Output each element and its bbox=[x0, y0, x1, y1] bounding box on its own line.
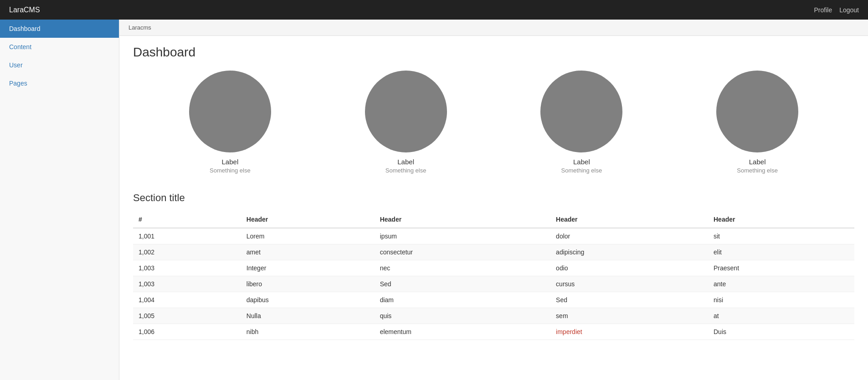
table-cell: nibh bbox=[241, 324, 375, 340]
table-cell: Duis bbox=[708, 324, 854, 340]
data-table: # Header Header Header Header 1,001Lorem… bbox=[133, 211, 854, 340]
table-cell: Lorem bbox=[241, 228, 375, 244]
table-cell: odio bbox=[550, 260, 708, 276]
table-cell: libero bbox=[241, 276, 375, 292]
table-cell: sem bbox=[550, 308, 708, 324]
table-row: 1,002ametconsecteturadipiscingelit bbox=[133, 244, 854, 260]
sidebar: Dashboard Content User Pages bbox=[0, 20, 119, 380]
table-head: # Header Header Header Header bbox=[133, 211, 854, 228]
table-cell: adipiscing bbox=[550, 244, 708, 260]
table-cell: diam bbox=[375, 292, 550, 308]
table-row: 1,004dapibusdiamSednisi bbox=[133, 292, 854, 308]
circles-row: Label Something else Label Something els… bbox=[133, 71, 854, 174]
main-content: Laracms Dashboard Label Something else L… bbox=[119, 20, 868, 380]
circle-3 bbox=[540, 71, 622, 152]
circle-sublabel-4: Something else bbox=[737, 167, 778, 174]
circle-label-4: Label bbox=[749, 158, 766, 166]
circle-label-2: Label bbox=[397, 158, 414, 166]
section-title: Section title bbox=[133, 192, 854, 204]
table-cell: ante bbox=[708, 276, 854, 292]
app-brand: LaraCMS bbox=[9, 6, 40, 14]
layout: Dashboard Content User Pages Laracms Das… bbox=[0, 20, 868, 380]
table-cell: Praesent bbox=[708, 260, 854, 276]
circle-label-1: Label bbox=[222, 158, 239, 166]
table-cell: ipsum bbox=[375, 228, 550, 244]
table-cell: 1,003 bbox=[133, 260, 241, 276]
table-cell: consectetur bbox=[375, 244, 550, 260]
page-title: Dashboard bbox=[133, 45, 854, 60]
table-cell: elementum bbox=[375, 324, 550, 340]
table-cell: elit bbox=[708, 244, 854, 260]
circle-sublabel-1: Something else bbox=[210, 167, 251, 174]
circle-sublabel-2: Something else bbox=[385, 167, 426, 174]
table-row: 1,006nibhelementumimperdietDuis bbox=[133, 324, 854, 340]
table-cell: sit bbox=[708, 228, 854, 244]
table-body: 1,001Loremipsumdolorsit1,002ametconsecte… bbox=[133, 228, 854, 340]
table-cell: 1,006 bbox=[133, 324, 241, 340]
breadcrumb-text: Laracms bbox=[128, 24, 151, 31]
table-row: 1,003liberoSedcursusante bbox=[133, 276, 854, 292]
table-cell: 1,004 bbox=[133, 292, 241, 308]
logout-link[interactable]: Logout bbox=[839, 6, 859, 14]
circle-item-4: Label Something else bbox=[716, 71, 798, 174]
table-cell: Nulla bbox=[241, 308, 375, 324]
table-header-row: # Header Header Header Header bbox=[133, 211, 854, 228]
table-row: 1,005Nullaquissemat bbox=[133, 308, 854, 324]
circle-2 bbox=[365, 71, 447, 152]
table-cell: dapibus bbox=[241, 292, 375, 308]
table-row: 1,003IntegernecodioPraesent bbox=[133, 260, 854, 276]
navbar-nav: Profile Logout bbox=[814, 6, 859, 14]
table-cell: 1,005 bbox=[133, 308, 241, 324]
circle-item-2: Label Something else bbox=[365, 71, 447, 174]
col-header-4: Header bbox=[708, 211, 854, 228]
sidebar-item-dashboard[interactable]: Dashboard bbox=[0, 20, 119, 38]
sidebar-item-user[interactable]: User bbox=[0, 56, 119, 74]
col-header-3: Header bbox=[550, 211, 708, 228]
circle-label-3: Label bbox=[573, 158, 590, 166]
table-cell: imperdiet bbox=[550, 324, 708, 340]
content-area: Dashboard Label Something else Label Som… bbox=[119, 36, 868, 349]
col-header-1: Header bbox=[241, 211, 375, 228]
col-header-2: Header bbox=[375, 211, 550, 228]
table-cell: 1,003 bbox=[133, 276, 241, 292]
table-cell: at bbox=[708, 308, 854, 324]
circle-sublabel-3: Something else bbox=[561, 167, 602, 174]
sidebar-item-pages[interactable]: Pages bbox=[0, 74, 119, 92]
table-cell: 1,002 bbox=[133, 244, 241, 260]
table-cell: cursus bbox=[550, 276, 708, 292]
circle-4 bbox=[716, 71, 798, 152]
table-cell: amet bbox=[241, 244, 375, 260]
navbar: LaraCMS Profile Logout bbox=[0, 0, 868, 20]
table-cell: nec bbox=[375, 260, 550, 276]
table-cell: 1,001 bbox=[133, 228, 241, 244]
circle-1 bbox=[189, 71, 271, 152]
breadcrumb: Laracms bbox=[119, 20, 868, 36]
table-cell: dolor bbox=[550, 228, 708, 244]
table-cell: Sed bbox=[550, 292, 708, 308]
table-cell: quis bbox=[375, 308, 550, 324]
circle-item-3: Label Something else bbox=[540, 71, 622, 174]
table-cell: nisi bbox=[708, 292, 854, 308]
profile-link[interactable]: Profile bbox=[814, 6, 832, 14]
circle-item-1: Label Something else bbox=[189, 71, 271, 174]
table-cell: Integer bbox=[241, 260, 375, 276]
col-header-hash: # bbox=[133, 211, 241, 228]
table-cell: Sed bbox=[375, 276, 550, 292]
table-row: 1,001Loremipsumdolorsit bbox=[133, 228, 854, 244]
sidebar-item-content[interactable]: Content bbox=[0, 38, 119, 56]
